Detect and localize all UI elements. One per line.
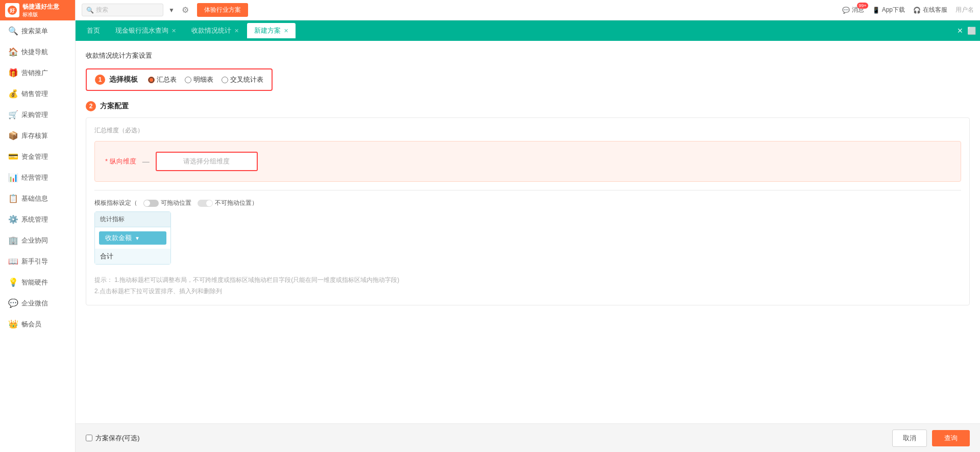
building-icon: 🏢 bbox=[8, 235, 17, 245]
dimension-area: * 纵向维度 — 请选择分组维度 bbox=[94, 141, 961, 182]
logo-text: 畅捷通好生意 标准版 bbox=[22, 3, 59, 18]
section-config: 2 方案配置 汇总维度（必选） * 纵向维度 — 请选择分组维度 bbox=[86, 101, 970, 305]
stats-sum-label: 合计 bbox=[95, 249, 170, 264]
sidebar-item-marketing[interactable]: 🎁 营销推广 bbox=[0, 62, 75, 83]
stats-tag[interactable]: 收款金额 ▼ bbox=[99, 231, 166, 245]
dimension-subtitle: 汇总维度（必选） bbox=[94, 126, 961, 135]
tabbar: 首页 现金银行流水查询 ✕ 收款情况统计 ✕ 新建方案 ✕ ✕ ⬜ bbox=[76, 20, 980, 41]
divider bbox=[94, 190, 961, 191]
bulb-icon: 💡 bbox=[8, 277, 17, 287]
section1-header: 1 选择模板 bbox=[95, 75, 138, 85]
save-checkbox-input[interactable] bbox=[86, 435, 92, 441]
non-draggable-badge: 不可拖动位置） bbox=[198, 199, 258, 207]
sidebar-item-search-menu[interactable]: 🔍 搜索菜单 bbox=[0, 20, 75, 41]
save-checkbox[interactable]: 方案保存(可选) bbox=[86, 434, 140, 443]
cancel-button[interactable]: 取消 bbox=[892, 430, 927, 447]
dimension-select-input[interactable]: 请选择分组维度 bbox=[156, 152, 258, 171]
sidebar-item-inventory[interactable]: 📦 库存核算 bbox=[0, 125, 75, 146]
footer-spacer bbox=[86, 316, 970, 344]
radio-detail[interactable]: 明细表 bbox=[185, 75, 213, 84]
sidebar-item-quick-nav[interactable]: 🏠 快捷导航 bbox=[0, 41, 75, 62]
search-box[interactable]: 🔍 搜索 bbox=[82, 4, 163, 16]
svg-text:好: 好 bbox=[9, 8, 15, 13]
radio-summary-input[interactable] bbox=[148, 77, 155, 83]
radio-detail-input[interactable] bbox=[185, 77, 191, 83]
industry-btn[interactable]: 体验行业方案 bbox=[197, 3, 248, 17]
content-inner: 收款情况统计方案设置 1 选择模板 汇总表 bbox=[76, 41, 980, 429]
template-selection-box: 1 选择模板 汇总表 明细表 bbox=[86, 68, 273, 91]
stats-tag-dropdown-icon[interactable]: ▼ bbox=[135, 235, 140, 241]
content-area: 收款情况统计方案设置 1 选择模板 汇总表 bbox=[76, 41, 980, 452]
section-template: 1 选择模板 汇总表 明细表 bbox=[86, 68, 970, 91]
box-icon: 📦 bbox=[8, 131, 17, 140]
settings-gear-icon[interactable]: ⚙ bbox=[182, 5, 189, 15]
home-icon: 🏠 bbox=[8, 47, 17, 57]
headset-icon: 🎧 bbox=[913, 7, 921, 14]
tip-item-2: 2.点击标题栏下拉可设置排序、插入列和删除列 bbox=[94, 286, 961, 297]
indicator-section: 模板指标设定（ 可拖动位置 不可拖动位置） bbox=[94, 199, 961, 265]
sidebar-item-purchase[interactable]: 🛒 采购管理 bbox=[0, 104, 75, 125]
crown-icon: 👑 bbox=[8, 319, 17, 329]
gift-icon: 🎁 bbox=[8, 68, 17, 78]
logo-icon: 好 bbox=[5, 3, 19, 17]
tab-close-new-plan[interactable]: ✕ bbox=[284, 28, 288, 34]
tips-section: 提示： 1.拖动标题栏可以调整布局，不可跨维度或指标区域拖动栏目字段(只能在同一… bbox=[94, 275, 961, 297]
non-draggable-toggle bbox=[198, 200, 213, 207]
radio-cross-input[interactable] bbox=[222, 77, 228, 83]
sidebar-item-guide[interactable]: 📖 新手引导 bbox=[0, 251, 75, 272]
user-name[interactable]: 用户名 bbox=[955, 6, 974, 14]
sidebar-item-member[interactable]: 👑 畅会员 bbox=[0, 314, 75, 335]
money-icon: 💰 bbox=[8, 89, 17, 99]
message-icon: 💬 bbox=[842, 7, 850, 14]
clipboard-icon: 📋 bbox=[8, 194, 17, 203]
mobile-icon: 📱 bbox=[872, 7, 880, 14]
stats-section-label: 统计指标 bbox=[95, 212, 170, 227]
sidebar-item-finance[interactable]: 💳 资金管理 bbox=[0, 146, 75, 167]
chat-icon: 💬 bbox=[8, 298, 17, 308]
indicator-header: 模板指标设定（ 可拖动位置 不可拖动位置） bbox=[94, 199, 961, 207]
search-menu-icon: 🔍 bbox=[8, 26, 17, 36]
card-icon: 💳 bbox=[8, 152, 17, 161]
tabbar-right: ✕ ⬜ bbox=[957, 27, 976, 35]
radio-cross[interactable]: 交叉统计表 bbox=[222, 75, 263, 84]
chart-icon: 📊 bbox=[8, 173, 17, 182]
config-section: 汇总维度（必选） * 纵向维度 — 请选择分组维度 bbox=[86, 117, 970, 305]
maximize-icon[interactable]: ⬜ bbox=[967, 27, 976, 35]
vertical-dimension-label: * 纵向维度 bbox=[105, 157, 136, 166]
notifications-item[interactable]: 💬 消息 99+ bbox=[842, 6, 864, 14]
search-icon: 🔍 bbox=[86, 7, 94, 14]
footer-left: 方案保存(可选) bbox=[86, 434, 140, 443]
close-window-icon[interactable]: ✕ bbox=[957, 27, 963, 35]
main-area: 🔍 搜索 ▼ ⚙ 体验行业方案 💬 消息 99+ 📱 App下载 🎧 在线客服 … bbox=[76, 0, 980, 452]
sidebar-item-system[interactable]: ⚙️ 系统管理 bbox=[0, 209, 75, 230]
app-download-item[interactable]: 📱 App下载 bbox=[872, 6, 905, 14]
sidebar-item-basic-info[interactable]: 📋 基础信息 bbox=[0, 188, 75, 209]
page-title: 收款情况统计方案设置 bbox=[86, 51, 970, 60]
arrow-icon: — bbox=[142, 157, 150, 165]
online-service-item[interactable]: 🎧 在线客服 bbox=[913, 6, 947, 14]
sidebar-item-enterprise[interactable]: 🏢 企业协同 bbox=[0, 230, 75, 251]
tab-bank-flow[interactable]: 现金银行流水查询 ✕ bbox=[108, 23, 183, 38]
tab-close-bank-flow[interactable]: ✕ bbox=[172, 28, 176, 34]
footer-right: 取消 查询 bbox=[892, 430, 970, 447]
tab-collection-stats[interactable]: 收款情况统计 ✕ bbox=[184, 23, 246, 38]
dimension-row: * 纵向维度 — 请选择分组维度 bbox=[105, 152, 258, 171]
stats-area: 统计指标 收款金额 ▼ 合计 bbox=[94, 211, 171, 265]
draggable-badge: 可拖动位置 bbox=[143, 199, 191, 207]
radio-summary[interactable]: 汇总表 bbox=[148, 75, 177, 84]
sidebar-item-management[interactable]: 📊 经营管理 bbox=[0, 167, 75, 188]
sidebar-item-smart-hw[interactable]: 💡 智能硬件 bbox=[0, 272, 75, 293]
template-radio-group: 汇总表 明细表 交叉统计表 bbox=[148, 75, 263, 84]
topbar-dropdown-icon[interactable]: ▼ bbox=[168, 7, 175, 14]
tab-close-collection-stats[interactable]: ✕ bbox=[234, 28, 239, 34]
query-button[interactable]: 查询 bbox=[932, 430, 970, 446]
sidebar-item-sales[interactable]: 💰 销售管理 bbox=[0, 83, 75, 104]
sidebar-item-wechat[interactable]: 💬 企业微信 bbox=[0, 293, 75, 314]
gear-icon: ⚙️ bbox=[8, 215, 17, 224]
tab-home[interactable]: 首页 bbox=[80, 23, 107, 38]
section2-header: 2 方案配置 bbox=[86, 101, 970, 111]
topbar-right: 💬 消息 99+ 📱 App下载 🎧 在线客服 用户名 bbox=[842, 6, 974, 14]
tip-item-1: 提示： 1.拖动标题栏可以调整布局，不可跨维度或指标区域拖动栏目字段(只能在同一… bbox=[94, 275, 961, 286]
footer-buttons: 方案保存(可选) 取消 查询 bbox=[76, 423, 980, 452]
tab-new-plan[interactable]: 新建方案 ✕ bbox=[247, 23, 296, 38]
